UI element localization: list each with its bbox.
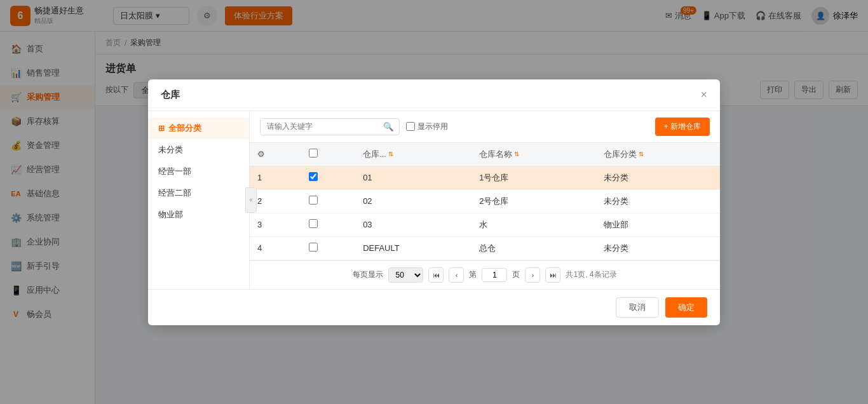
th-code-label: 仓库... bbox=[363, 149, 386, 160]
cell-checkbox bbox=[301, 213, 355, 236]
cell-no: 4 bbox=[250, 236, 301, 260]
th-category[interactable]: 仓库分类 ⇅ bbox=[596, 143, 720, 166]
table-row[interactable]: 1011号仓库未分类 bbox=[250, 166, 720, 189]
th-checkbox bbox=[301, 143, 355, 166]
modal-category-sidebar: ⊞ 全部分类 未分类 经营一部 经营二部 物业部 « bbox=[148, 111, 250, 289]
table-row[interactable]: 303水物业部 bbox=[250, 213, 720, 236]
table-row[interactable]: 2022号仓库未分类 bbox=[250, 189, 720, 213]
cell-no: 2 bbox=[250, 189, 301, 213]
row-checkbox[interactable] bbox=[309, 196, 318, 205]
sort-icon: ⇅ bbox=[639, 151, 644, 158]
cell-no: 3 bbox=[250, 213, 301, 236]
sort-icon: ⇅ bbox=[514, 151, 519, 158]
cell-code: DEFAULT bbox=[355, 236, 471, 260]
cancel-button[interactable]: 取消 bbox=[616, 297, 659, 318]
cell-name: 水 bbox=[471, 213, 595, 236]
th-category-label: 仓库分类 bbox=[604, 149, 637, 160]
cat-item-operations2[interactable]: 经营二部 bbox=[148, 182, 249, 204]
sort-icon: ⇅ bbox=[388, 151, 393, 158]
confirm-button[interactable]: 确定 bbox=[665, 297, 707, 318]
sidebar-collapse-button[interactable]: « bbox=[245, 187, 257, 213]
cell-category: 未分类 bbox=[596, 236, 720, 260]
cat-item-all[interactable]: ⊞ 全部分类 bbox=[148, 118, 249, 139]
next-page-button[interactable]: › bbox=[525, 267, 540, 283]
cat-item-operations1[interactable]: 经营一部 bbox=[148, 161, 249, 182]
cell-category: 物业部 bbox=[596, 213, 720, 236]
show-disabled-checkbox[interactable] bbox=[406, 122, 415, 131]
modal-footer: 取消 确定 bbox=[148, 289, 720, 325]
row-checkbox[interactable] bbox=[309, 172, 318, 181]
warehouse-table-body: 1011号仓库未分类2022号仓库未分类303水物业部4DEFAULT总仓未分类 bbox=[250, 166, 720, 260]
cell-code: 02 bbox=[355, 189, 471, 213]
page-number-input[interactable] bbox=[482, 268, 507, 282]
first-page-button[interactable]: ⏮ bbox=[428, 267, 444, 283]
cell-checkbox bbox=[301, 236, 355, 260]
warehouse-table: ⚙ 仓库... ⇅ bbox=[250, 143, 720, 260]
cell-name: 1号仓库 bbox=[471, 166, 595, 189]
cell-category: 未分类 bbox=[596, 166, 720, 189]
pagination: 每页显示 50 20 100 ⏮ ‹ 第 页 › ⏭ 共1页, 4条记录 bbox=[250, 260, 720, 289]
cell-no: 1 bbox=[250, 166, 301, 189]
cell-code: 03 bbox=[355, 213, 471, 236]
show-disabled-checkbox-label[interactable]: 显示停用 bbox=[406, 121, 448, 132]
modal-body: ⊞ 全部分类 未分类 经营一部 经营二部 物业部 « bbox=[148, 111, 720, 289]
add-warehouse-button[interactable]: + 新增仓库 bbox=[655, 118, 710, 136]
cat-item-uncategorized[interactable]: 未分类 bbox=[148, 139, 249, 161]
select-all-checkbox[interactable] bbox=[309, 149, 318, 158]
warehouse-table-scroll: ⚙ 仓库... ⇅ bbox=[250, 143, 720, 260]
cell-checkbox bbox=[301, 189, 355, 213]
warehouse-modal: 仓库 × ⊞ 全部分类 未分类 经营一部 经营二部 bbox=[148, 79, 720, 325]
last-page-button[interactable]: ⏭ bbox=[545, 267, 560, 283]
th-code[interactable]: 仓库... ⇅ bbox=[355, 143, 471, 166]
cell-name: 2号仓库 bbox=[471, 189, 595, 213]
th-name-label: 仓库名称 bbox=[479, 149, 512, 160]
row-checkbox[interactable] bbox=[309, 243, 318, 252]
page-size-select[interactable]: 50 20 100 bbox=[388, 267, 423, 283]
cell-category: 未分类 bbox=[596, 189, 720, 213]
modal-overlay: 仓库 × ⊞ 全部分类 未分类 经营一部 经营二部 bbox=[0, 0, 868, 404]
search-button[interactable]: 🔍 bbox=[378, 119, 399, 135]
modal-header: 仓库 × bbox=[148, 79, 720, 111]
settings-icon: ⚙ bbox=[257, 149, 265, 159]
table-row[interactable]: 4DEFAULT总仓未分类 bbox=[250, 236, 720, 260]
table-header: ⚙ 仓库... ⇅ bbox=[250, 143, 720, 166]
cell-checkbox bbox=[301, 166, 355, 189]
search-input[interactable] bbox=[261, 119, 378, 134]
th-name[interactable]: 仓库名称 ⇅ bbox=[471, 143, 595, 166]
th-settings: ⚙ bbox=[250, 143, 301, 166]
search-box: 🔍 bbox=[260, 118, 400, 135]
cell-name: 总仓 bbox=[471, 236, 595, 260]
cat-item-property[interactable]: 物业部 bbox=[148, 204, 249, 226]
modal-title: 仓库 bbox=[161, 89, 180, 101]
page-label: 第 bbox=[469, 269, 477, 280]
modal-toolbar: 🔍 显示停用 + 新增仓库 bbox=[250, 111, 720, 143]
modal-close-button[interactable]: × bbox=[700, 88, 707, 102]
modal-main: 🔍 显示停用 + 新增仓库 ⚙ bbox=[250, 111, 720, 289]
row-checkbox[interactable] bbox=[309, 219, 318, 228]
cell-code: 01 bbox=[355, 166, 471, 189]
prev-page-button[interactable]: ‹ bbox=[449, 267, 464, 283]
grid-icon: ⊞ bbox=[158, 124, 165, 133]
